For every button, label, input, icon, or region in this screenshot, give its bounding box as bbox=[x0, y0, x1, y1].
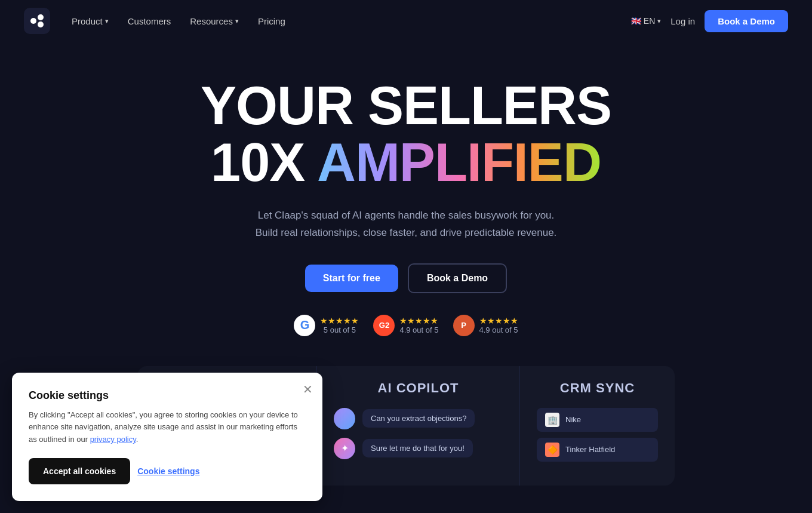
logo[interactable] bbox=[24, 8, 50, 34]
svg-point-2 bbox=[38, 21, 44, 27]
book-demo-button-nav[interactable]: Book a Demo bbox=[705, 10, 788, 32]
crm-sync-title: CRM SYNC bbox=[537, 380, 658, 396]
chat-message-ai: ✦ Sure let me do that for you! bbox=[334, 438, 503, 459]
cookie-banner: ✕ Cookie settings By clicking "Accept al… bbox=[12, 373, 322, 501]
crm-item-nike: 🏢 Nike bbox=[537, 408, 658, 432]
cookie-title: Cookie settings bbox=[29, 389, 306, 402]
logo-icon bbox=[24, 8, 50, 34]
chat-bubble-ai: Sure let me do that for you! bbox=[362, 439, 473, 457]
user-avatar bbox=[334, 408, 355, 429]
ai-copilot-panel: AI COPILOT Can you extract objections? ✦… bbox=[316, 366, 519, 486]
g2-badge: G2 bbox=[373, 315, 395, 336]
g2-rating-text: 4.9 out of 5 bbox=[399, 325, 438, 334]
chat-message-user: Can you extract objections? bbox=[334, 408, 503, 429]
nav-links: Product ▾ Customers Resources ▾ Pricing bbox=[72, 16, 285, 26]
chevron-down-icon: ▾ bbox=[105, 17, 109, 25]
cookie-body: By clicking "Accept all cookies", you ag… bbox=[29, 409, 306, 446]
crm-item-hubspot: 🔶 Tinker Hatfield bbox=[537, 438, 658, 462]
nike-icon: 🏢 bbox=[545, 413, 559, 427]
svg-point-0 bbox=[30, 18, 36, 24]
product-stars: ★★★★★ bbox=[479, 316, 518, 325]
privacy-policy-link[interactable]: privacy policy bbox=[90, 435, 136, 444]
cookie-settings-button[interactable]: Cookie settings bbox=[137, 466, 199, 476]
rating-g2: G2 ★★★★★ 4.9 out of 5 bbox=[373, 315, 438, 336]
nav-customers[interactable]: Customers bbox=[128, 16, 171, 26]
google-stars: ★★★★★ bbox=[320, 316, 359, 325]
navbar: Product ▾ Customers Resources ▾ Pricing … bbox=[0, 0, 812, 42]
ai-copilot-title: AI COPILOT bbox=[334, 380, 503, 396]
flag-icon: 🇬🇧 bbox=[631, 16, 641, 26]
ai-avatar: ✦ bbox=[334, 438, 355, 459]
google-rating-text: 5 out of 5 bbox=[320, 325, 359, 334]
rating-google: G ★★★★★ 5 out of 5 bbox=[294, 315, 359, 336]
chevron-down-icon: ▾ bbox=[235, 17, 239, 25]
accept-cookies-button[interactable]: Accept all cookies bbox=[29, 458, 130, 484]
nav-product[interactable]: Product ▾ bbox=[72, 16, 109, 26]
language-selector[interactable]: 🇬🇧 EN ▾ bbox=[631, 16, 661, 26]
close-cookie-button[interactable]: ✕ bbox=[303, 382, 313, 397]
nav-pricing[interactable]: Pricing bbox=[258, 16, 285, 26]
chat-bubble-user: Can you extract objections? bbox=[362, 409, 475, 428]
hubspot-icon: 🔶 bbox=[545, 443, 559, 457]
chevron-down-icon: ▾ bbox=[657, 17, 661, 25]
cookie-buttons: Accept all cookies Cookie settings bbox=[29, 458, 306, 484]
start-free-button[interactable]: Start for free bbox=[305, 265, 398, 292]
hero-buttons: Start for free Book a Demo bbox=[305, 263, 507, 293]
nav-right: 🇬🇧 EN ▾ Log in Book a Demo bbox=[631, 10, 788, 32]
crm-sync-panel: CRM SYNC 🏢 Nike 🔶 Tinker Hatfield bbox=[519, 366, 675, 486]
crm-label-nike: Nike bbox=[565, 415, 581, 424]
nav-resources[interactable]: Resources ▾ bbox=[190, 16, 239, 26]
product-rating-text: 4.9 out of 5 bbox=[479, 325, 518, 334]
crm-label-hubspot: Tinker Hatfield bbox=[565, 445, 615, 454]
g2-stars: ★★★★★ bbox=[399, 316, 438, 325]
svg-point-1 bbox=[38, 14, 44, 20]
hero-subtitle: Let Claap's squad of AI agents handle th… bbox=[256, 207, 557, 242]
product-hunt-badge: P bbox=[453, 315, 475, 336]
login-button[interactable]: Log in bbox=[670, 16, 695, 26]
book-demo-button-hero[interactable]: Book a Demo bbox=[408, 263, 507, 293]
ratings-row: G ★★★★★ 5 out of 5 G2 ★★★★★ 4.9 out of 5… bbox=[294, 315, 518, 336]
rating-product: P ★★★★★ 4.9 out of 5 bbox=[453, 315, 518, 336]
google-badge: G bbox=[294, 315, 315, 336]
hero-title: YOUR SELLERS 10X AMPLIFIED bbox=[201, 78, 611, 191]
